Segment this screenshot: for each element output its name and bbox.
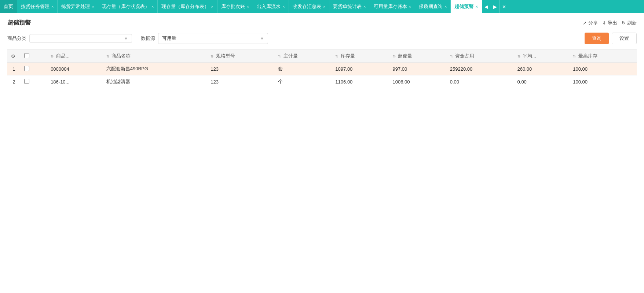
- row-number: 2: [7, 75, 21, 88]
- row-checkbox[interactable]: [24, 66, 29, 71]
- title-actions: ➚ 分享 ⇓ 导出 ↻ 刷新: [583, 20, 637, 26]
- nav-inout-flow[interactable]: 出入库流水 ×: [253, 0, 289, 13]
- refresh-button[interactable]: ↻ 刷新: [622, 20, 637, 26]
- select-all-checkbox[interactable]: [24, 53, 29, 58]
- row-stock: 1097.00: [332, 63, 389, 75]
- sort-icon: ⇅: [393, 54, 396, 58]
- nav-home[interactable]: 首页: [0, 0, 17, 13]
- close-icon[interactable]: ×: [51, 4, 54, 9]
- category-label: 商品分类: [7, 35, 26, 42]
- query-button[interactable]: 查询: [585, 33, 609, 44]
- top-navigation: 首页 拣货任务管理 × 拣货异常处理 × 现存量（库存状况表） × 现存量（库存…: [0, 0, 644, 13]
- filter-row: 商品分类 ▼ 数据源 可用量 ▼ 查询 设置: [7, 33, 637, 44]
- close-icon[interactable]: ×: [282, 4, 285, 9]
- nav-picking-task[interactable]: 拣货任务管理 ×: [17, 0, 58, 13]
- th-max-stock[interactable]: ⇅ 最高库存: [569, 50, 637, 63]
- category-select[interactable]: ▼: [29, 34, 132, 43]
- sort-icon: ⇅: [278, 54, 281, 58]
- close-icon[interactable]: ×: [92, 4, 94, 9]
- sort-icon: ⇅: [211, 54, 213, 58]
- nav-requisition-stats[interactable]: 要货单统计表 ×: [329, 0, 370, 13]
- close-icon[interactable]: ×: [323, 4, 325, 9]
- gear-icon[interactable]: ⚙: [11, 53, 15, 59]
- close-icon[interactable]: ×: [247, 4, 249, 9]
- th-checkbox: [21, 50, 47, 63]
- row-spec: 123: [207, 63, 274, 75]
- row-capital: 259220.00: [446, 63, 514, 75]
- th-avg[interactable]: ⇅ 平均...: [514, 50, 570, 63]
- row-product-name: 六配套新昌490BPG: [103, 63, 207, 75]
- row-avg: 260.00: [514, 63, 570, 75]
- settings-gear-col[interactable]: ⚙: [7, 50, 21, 63]
- table-row: 1 0000004 六配套新昌490BPG 123 套 1097.00 997.…: [7, 63, 637, 75]
- data-table: ⚙ ⇅ 商品... ⇅ 商品名称 ⇅ 规格型号 ⇅: [7, 49, 637, 88]
- row-spec: 123: [207, 75, 274, 88]
- sort-icon: ⇅: [51, 54, 54, 58]
- row-capital: 0.00: [446, 75, 514, 88]
- export-icon: ⇓: [602, 20, 606, 26]
- datasource-filter-group: 数据源 可用量 ▼: [141, 33, 268, 44]
- nav-close-all-arrow[interactable]: ✕: [500, 0, 508, 13]
- share-button[interactable]: ➚ 分享: [583, 20, 598, 26]
- row-avg: 0.00: [514, 75, 570, 88]
- nav-current-stock-dist[interactable]: 现存量（库存分布表） ×: [158, 0, 217, 13]
- th-over-stock[interactable]: ⇅ 超储量: [389, 50, 446, 63]
- sort-icon: ⇅: [335, 54, 338, 58]
- th-product-code[interactable]: ⇅ 商品...: [47, 50, 103, 63]
- filter-actions: 查询 设置: [585, 33, 637, 44]
- close-icon[interactable]: ×: [151, 4, 154, 9]
- table-row: 2 186-10... 机油滤清器 123 个 1106.00 1006.00 …: [7, 75, 637, 88]
- row-unit: 套: [274, 63, 332, 75]
- close-icon[interactable]: ×: [211, 4, 213, 9]
- row-checkbox-cell[interactable]: [21, 63, 47, 75]
- datasource-value: 可用量: [162, 35, 176, 42]
- row-max-stock: 100.00: [569, 75, 637, 88]
- nav-batch-ledger[interactable]: 库存批次账 ×: [217, 0, 253, 13]
- chevron-down-icon: ▼: [124, 36, 128, 41]
- row-product-code: 0000004: [47, 63, 103, 75]
- row-over-stock: 1006.00: [389, 75, 446, 88]
- nav-current-stock-status[interactable]: 现存量（库存状况表） ×: [98, 0, 158, 13]
- row-checkbox[interactable]: [24, 79, 29, 84]
- page-title-row: 超储预警 ➚ 分享 ⇓ 导出 ↻ 刷新: [7, 19, 637, 27]
- table-header-row: ⚙ ⇅ 商品... ⇅ 商品名称 ⇅ 规格型号 ⇅: [7, 50, 637, 63]
- nav-picking-exception[interactable]: 拣货异常处理 ×: [58, 0, 98, 13]
- nav-next-arrow[interactable]: ▶: [491, 0, 500, 13]
- chevron-down-icon: ▼: [260, 36, 264, 41]
- row-product-name: 机油滤清器: [103, 75, 207, 88]
- th-unit[interactable]: ⇅ 主计量: [274, 50, 332, 63]
- nav-receive-summary[interactable]: 收发存汇总表 ×: [289, 0, 329, 13]
- datasource-label: 数据源: [141, 35, 155, 42]
- th-capital[interactable]: ⇅ 资金占用: [446, 50, 514, 63]
- set-button[interactable]: 设置: [612, 33, 637, 44]
- sort-icon: ⇅: [450, 54, 453, 58]
- row-over-stock: 997.00: [389, 63, 446, 75]
- th-spec[interactable]: ⇅ 规格型号: [207, 50, 274, 63]
- sort-icon: ⇅: [106, 54, 109, 58]
- th-product-name[interactable]: ⇅ 商品名称: [103, 50, 207, 63]
- th-stock[interactable]: ⇅ 库存量: [332, 50, 389, 63]
- datasource-select[interactable]: 可用量 ▼: [158, 33, 268, 44]
- share-icon: ➚: [583, 20, 587, 26]
- nav-available-ledger[interactable]: 可用量库存账本 ×: [370, 0, 415, 13]
- row-product-code: 186-10...: [47, 75, 103, 88]
- export-button[interactable]: ⇓ 导出: [602, 20, 617, 26]
- sort-icon: ⇅: [517, 54, 520, 58]
- close-icon[interactable]: ×: [409, 4, 411, 9]
- row-number: 1: [7, 63, 21, 75]
- row-unit: 个: [274, 75, 332, 88]
- page-title: 超储预警: [7, 19, 31, 27]
- nav-overstock-warning[interactable]: 超储预警 ×: [451, 0, 482, 13]
- close-icon[interactable]: ×: [363, 4, 366, 9]
- page-content: 超储预警 ➚ 分享 ⇓ 导出 ↻ 刷新 商品分类 ▼ 数据源: [0, 13, 644, 94]
- category-filter-group: 商品分类 ▼: [7, 34, 132, 43]
- refresh-icon: ↻: [622, 20, 626, 26]
- sort-icon: ⇅: [573, 54, 576, 58]
- close-icon[interactable]: ×: [444, 4, 447, 9]
- nav-shelf-life[interactable]: 保质期查询 ×: [415, 0, 451, 13]
- row-checkbox-cell[interactable]: [21, 75, 47, 88]
- row-stock: 1106.00: [332, 75, 389, 88]
- close-icon[interactable]: ×: [475, 4, 477, 9]
- nav-prev-arrow[interactable]: ◀: [482, 0, 491, 13]
- row-max-stock: 100.00: [569, 63, 637, 75]
